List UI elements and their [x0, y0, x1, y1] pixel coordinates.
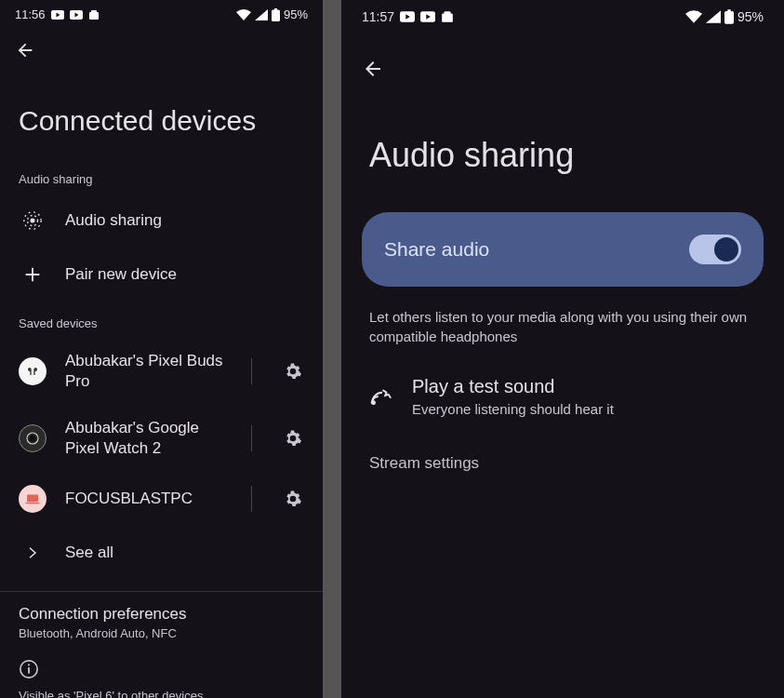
see-all-item[interactable]: See all [0, 526, 323, 580]
device-label: Abubakar's Pixel Buds Pro [65, 351, 229, 392]
status-time: 11:57 [362, 9, 394, 24]
wifi-icon [685, 10, 702, 23]
audio-sharing-icon [19, 207, 47, 235]
back-button[interactable] [0, 25, 323, 68]
pair-label: Pair new device [65, 264, 304, 285]
audio-sharing-screen: 11:57 95% Audio sharing Share audio Let … [341, 0, 784, 698]
connection-preferences-item[interactable]: Connection preferences Bluetooth, Androi… [0, 592, 323, 650]
audio-sharing-item[interactable]: Audio sharing [0, 194, 323, 248]
svg-rect-18 [442, 14, 453, 22]
device-settings-button[interactable] [282, 488, 304, 510]
svg-point-22 [372, 401, 375, 404]
audio-sharing-label: Audio sharing [65, 210, 304, 231]
pair-new-device-item[interactable]: Pair new device [0, 248, 323, 302]
svg-rect-21 [727, 9, 730, 11]
notif-youtube-icon [51, 10, 64, 20]
page-title: Audio sharing [341, 89, 784, 212]
share-audio-toggle-card[interactable]: Share audio [362, 212, 764, 287]
stream-settings-item[interactable]: Stream settings [341, 437, 784, 490]
battery-percent: 95% [737, 9, 764, 24]
svg-rect-14 [28, 668, 30, 674]
svg-point-6 [31, 219, 34, 222]
share-audio-switch[interactable] [689, 235, 741, 264]
page-title: Connected devices [0, 68, 323, 165]
play-test-sound-item[interactable]: Play a test sound Everyone listening sho… [341, 356, 784, 437]
earbuds-icon [19, 357, 47, 385]
notif-app-icon [88, 9, 100, 20]
device-settings-button[interactable] [282, 427, 304, 450]
svg-rect-2 [89, 12, 99, 20]
plus-icon [19, 261, 47, 289]
svg-rect-20 [724, 11, 734, 24]
device-item[interactable]: Abubakar's Pixel Buds Pro [0, 338, 323, 405]
svg-rect-4 [272, 9, 280, 21]
pref-sub: Bluetooth, Android Auto, NFC [19, 626, 304, 640]
device-item[interactable]: Abubakar's Google Pixel Watch 2 [0, 405, 323, 472]
connected-devices-screen: 11:56 95% Connected devices Audio sharin… [0, 0, 323, 698]
watch-icon [19, 424, 47, 452]
share-audio-description: Let others listen to your media along wi… [341, 287, 784, 356]
battery-percent: 95% [284, 7, 308, 21]
signal-icon [706, 10, 721, 23]
section-label-saved: Saved devices [0, 309, 323, 338]
notif-youtube-icon [400, 11, 415, 22]
svg-rect-19 [445, 11, 451, 14]
svg-point-10 [29, 436, 36, 443]
test-sound-title: Play a test sound [412, 376, 614, 397]
svg-rect-3 [91, 10, 97, 13]
status-bar: 11:57 95% [341, 0, 784, 30]
device-item[interactable]: FOCUSBLASTPC [0, 472, 323, 526]
see-all-label: See all [65, 543, 304, 563]
svg-rect-15 [28, 664, 30, 666]
battery-icon [272, 8, 280, 21]
wifi-icon [236, 9, 251, 20]
status-bar: 11:56 95% [0, 0, 323, 25]
pref-title: Connection preferences [19, 605, 304, 624]
info-icon [0, 650, 323, 683]
section-label-audio: Audio sharing [0, 165, 323, 194]
cast-audio-icon [369, 384, 393, 409]
device-label: FOCUSBLASTPC [65, 489, 229, 509]
notif-youtube-icon [420, 11, 435, 22]
back-button[interactable] [341, 30, 784, 89]
test-sound-sub: Everyone listening should hear it [412, 401, 614, 417]
device-label: Abubakar's Google Pixel Watch 2 [65, 418, 229, 459]
device-settings-button[interactable] [282, 360, 304, 383]
visibility-text: Visible as 'Pixel 6' to other devices [0, 683, 323, 698]
battery-icon [724, 9, 734, 24]
status-time: 11:56 [15, 7, 46, 21]
svg-rect-11 [27, 495, 38, 503]
svg-rect-5 [274, 8, 277, 10]
computer-icon [19, 485, 47, 513]
signal-icon [255, 9, 268, 20]
notif-youtube-icon [70, 10, 83, 20]
chevron-right-icon [19, 539, 47, 567]
notif-app-icon [441, 10, 454, 23]
share-audio-label: Share audio [384, 238, 489, 261]
svg-rect-12 [26, 503, 40, 504]
